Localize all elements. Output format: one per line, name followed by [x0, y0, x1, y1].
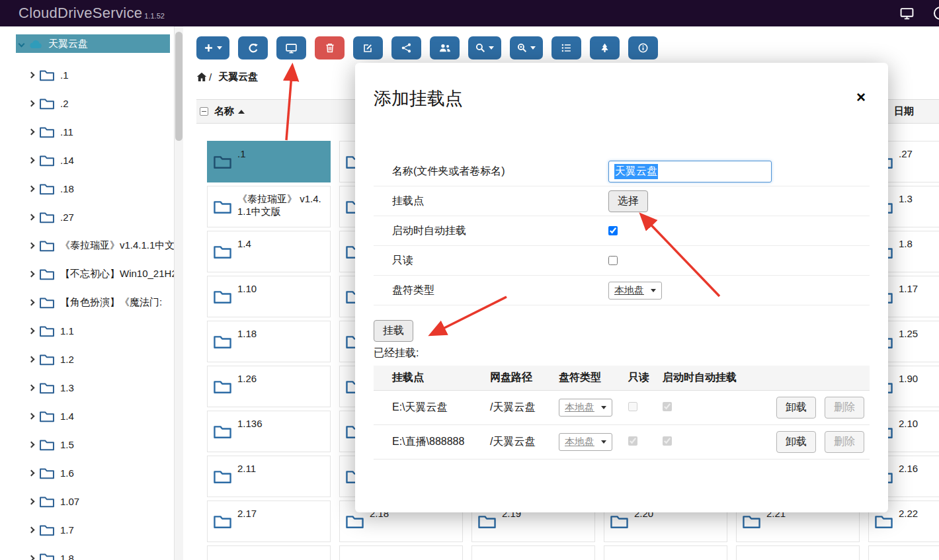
- folder-tile[interactable]: 2.17: [207, 500, 331, 542]
- advanced-search-button[interactable]: [510, 36, 543, 60]
- refresh-button[interactable]: [238, 36, 268, 60]
- scrollbar-thumb[interactable]: [175, 32, 183, 141]
- name-input[interactable]: 天翼云盘: [608, 161, 772, 182]
- add-button[interactable]: [196, 36, 229, 60]
- app-title: CloudDriveService: [19, 5, 142, 22]
- mounted-table: 挂载点 网盘路径 盘符类型 只读 启动时自动挂载 E:\天翼云盘/天翼云盘本地盘…: [374, 366, 870, 460]
- folder-icon: [213, 237, 232, 266]
- sidebar-item-label: 1.6: [60, 467, 74, 479]
- chevron-right-icon[interactable]: [28, 442, 35, 448]
- auto-mount-checkbox[interactable]: [608, 226, 618, 235]
- sidebar-item[interactable]: .14: [0, 146, 174, 175]
- readonly-checkbox[interactable]: [608, 256, 618, 265]
- sidebar-item[interactable]: 1.3: [0, 374, 174, 402]
- folder-tile[interactable]: 《泰拉瑞亚》 v1.4.1.1中文版: [207, 186, 331, 227]
- sidebar-item[interactable]: 1.8: [0, 544, 174, 560]
- members-button[interactable]: [430, 36, 460, 60]
- chevron-right-icon[interactable]: [28, 385, 35, 391]
- chevron-right-icon[interactable]: [28, 470, 35, 477]
- info-button[interactable]: [628, 36, 658, 60]
- chevron-right-icon[interactable]: [28, 271, 35, 278]
- folder-tile[interactable]: [736, 545, 860, 560]
- folder-tile[interactable]: .1: [207, 141, 331, 182]
- power-icon[interactable]: [932, 5, 939, 21]
- sidebar-item[interactable]: .1: [0, 61, 174, 89]
- list-view-button[interactable]: [551, 36, 581, 60]
- sidebar-item[interactable]: .18: [0, 175, 174, 203]
- name-column-header[interactable]: 名称: [214, 105, 234, 118]
- sidebar-item[interactable]: 1.2: [0, 345, 174, 374]
- chevron-right-icon[interactable]: [28, 72, 35, 79]
- delete-button[interactable]: 删除: [825, 397, 864, 419]
- sidebar-item[interactable]: 1.6: [0, 459, 174, 487]
- folder-tile[interactable]: 2.11: [207, 456, 331, 497]
- sidebar-scrollbar[interactable]: [174, 26, 183, 560]
- drive-type-select[interactable]: 本地盘: [608, 282, 662, 300]
- info-icon: [638, 43, 648, 53]
- sidebar-item[interactable]: 1.4: [0, 402, 174, 430]
- drive-type-select[interactable]: 本地盘: [559, 399, 612, 417]
- collapse-all-icon[interactable]: [200, 107, 208, 116]
- edit-button[interactable]: [353, 36, 383, 60]
- sidebar-item[interactable]: 1.7: [0, 516, 174, 544]
- unmount-button[interactable]: 卸载: [776, 431, 816, 453]
- folder-tile[interactable]: 1.10: [207, 276, 331, 317]
- folder-tile[interactable]: [604, 545, 727, 560]
- search-button[interactable]: [468, 36, 501, 60]
- folder-icon: [39, 410, 55, 422]
- sidebar-item[interactable]: 1.5: [0, 430, 174, 459]
- tree-view-button[interactable]: [590, 36, 620, 60]
- chevron-right-icon[interactable]: [28, 328, 35, 335]
- date-column-header[interactable]: 日期: [894, 105, 914, 118]
- sidebar-item[interactable]: .27: [0, 203, 174, 231]
- folder-tile[interactable]: 1.26: [207, 366, 331, 407]
- chevron-right-icon[interactable]: [28, 157, 35, 164]
- folder-tile[interactable]: 1.136: [207, 411, 331, 452]
- sidebar-item[interactable]: .11: [0, 118, 174, 146]
- folder-tile[interactable]: [339, 545, 463, 560]
- delete-button[interactable]: [315, 36, 345, 60]
- folder-tile[interactable]: [868, 545, 939, 560]
- caret-down-icon: [217, 46, 222, 50]
- chevron-right-icon[interactable]: [28, 413, 35, 420]
- chevron-right-icon[interactable]: [28, 129, 35, 136]
- drive-type-label: 盘符类型: [392, 284, 608, 298]
- sidebar-item[interactable]: 【不忘初心】Win10_21H2: [0, 260, 174, 288]
- chevron-right-icon[interactable]: [28, 100, 35, 107]
- choose-button[interactable]: 选择: [608, 190, 648, 212]
- monitor-icon[interactable]: [900, 7, 914, 20]
- folder-tile[interactable]: [207, 545, 331, 560]
- chevron-right-icon[interactable]: [28, 555, 35, 560]
- sidebar-item[interactable]: 1.1: [0, 317, 174, 345]
- folder-tile[interactable]: [471, 545, 595, 560]
- folder-tile[interactable]: 1.4: [207, 231, 331, 272]
- mount-device-button[interactable]: [276, 36, 306, 60]
- share-button[interactable]: [391, 36, 421, 60]
- chevron-down-icon[interactable]: [19, 40, 25, 47]
- sidebar-item[interactable]: 【角色扮演】《魔法门:: [0, 288, 174, 317]
- chevron-right-icon[interactable]: [28, 356, 35, 363]
- chevron-right-icon[interactable]: [28, 527, 35, 534]
- breadcrumb-separator: /: [209, 71, 212, 83]
- sidebar-item[interactable]: .2: [0, 89, 174, 118]
- chevron-right-icon[interactable]: [28, 300, 35, 306]
- delete-button[interactable]: 删除: [825, 431, 864, 453]
- drive-type-select[interactable]: 本地盘: [559, 433, 612, 451]
- topbar-right: [900, 5, 939, 21]
- unmount-button[interactable]: 卸载: [776, 397, 816, 419]
- chevron-right-icon[interactable]: [28, 186, 35, 192]
- folder-icon: [39, 182, 55, 195]
- mount-button[interactable]: 挂载: [374, 320, 413, 342]
- sidebar-item-root[interactable]: 天翼云盘: [16, 34, 170, 53]
- chevron-right-icon[interactable]: [28, 499, 35, 505]
- home-icon[interactable]: [196, 72, 207, 82]
- folder-name: 1.8: [899, 237, 913, 266]
- folder-name: 1.17: [899, 282, 918, 311]
- folder-tile[interactable]: 1.18: [207, 321, 331, 362]
- sidebar-item[interactable]: 《泰拉瑞亚》v1.4.1.1中文版: [0, 231, 174, 260]
- breadcrumb-current[interactable]: 天翼云盘: [218, 71, 258, 83]
- sidebar-item[interactable]: 1.07: [0, 487, 174, 516]
- close-icon[interactable]: ×: [856, 89, 866, 105]
- chevron-right-icon[interactable]: [28, 214, 35, 221]
- chevron-right-icon[interactable]: [28, 243, 35, 249]
